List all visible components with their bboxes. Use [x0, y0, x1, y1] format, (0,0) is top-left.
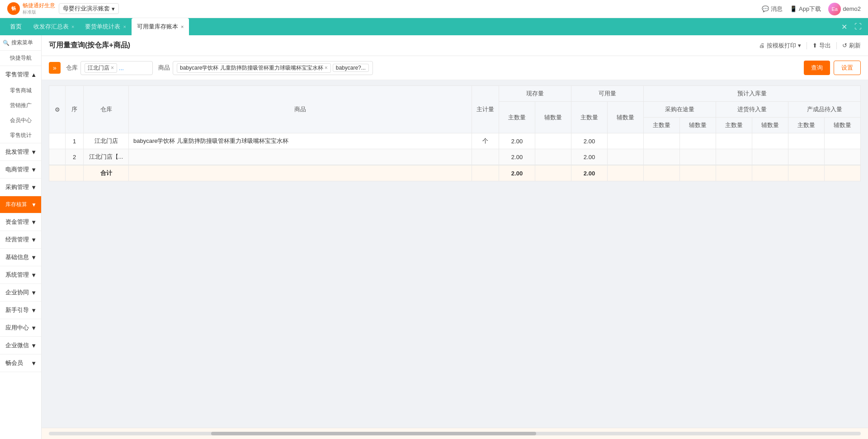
sidebar-item-retail-store[interactable]: 零售商城: [0, 83, 41, 98]
sidebar-group-wechat-title[interactable]: 企业微信 ▼: [0, 337, 41, 354]
sidebar-group-finance-title[interactable]: 资金管理 ▼: [0, 213, 41, 231]
close-icon[interactable]: ×: [181, 24, 184, 29]
cell-incoming-aux: [752, 133, 788, 149]
th-incoming-aux: 辅数量: [752, 118, 788, 133]
summary-row: 合计 2.00 2.00: [49, 165, 861, 181]
sidebar-group-enterprise-title[interactable]: 企业协同 ▼: [0, 284, 41, 301]
sidebar-item-retail-stats[interactable]: 零售统计: [0, 128, 41, 143]
product-filter: 商品 babycare学饮杯 儿童防摔防撞吸管杯重力球吸嘴杯宝宝水杯 × bab…: [158, 61, 373, 75]
sidebar-group-label: 企业协同: [5, 288, 29, 297]
sidebar-group-newuser: 新手引导 ▼: [0, 302, 41, 319]
sidebar-group-label: 零售管理: [5, 71, 29, 79]
table-row: 1 江北门店 babycare学饮杯 儿童防摔防撞吸管杯重力球吸嘴杯宝宝水杯 个…: [49, 133, 861, 149]
warehouse-more[interactable]: ...: [119, 65, 124, 71]
print-button[interactable]: 🖨 按模板打印 ▾: [759, 42, 801, 50]
sidebar-search[interactable]: 🔍 搜索菜单: [0, 35, 41, 51]
settings-button[interactable]: 设置: [834, 61, 861, 75]
summary-stock-main: 2.00: [499, 165, 535, 181]
export-button[interactable]: ⬆ 导出: [812, 42, 831, 50]
sidebar-group-system-title[interactable]: 系统管理 ▼: [0, 266, 41, 283]
th-unit: 主计量: [472, 86, 499, 133]
export-label: 导出: [819, 42, 831, 50]
sidebar-item-marketing[interactable]: 营销推广: [0, 98, 41, 113]
remove-warehouse-icon[interactable]: ×: [111, 65, 114, 71]
product-tag-value-2: babycare?...: [336, 65, 366, 71]
th-available-group: 可用量: [571, 86, 644, 102]
brand-logo: 畅 畅捷通好生意 标准版: [7, 2, 55, 15]
th-available-main: 主数量: [571, 102, 608, 133]
cell-unit: 个: [472, 133, 499, 149]
scroll-track[interactable]: [49, 432, 861, 435]
app-download-button[interactable]: 📱 App下载: [790, 5, 821, 13]
summary-purchase-aux: [680, 165, 716, 181]
sidebar-group-retail: 零售管理 ▲ 零售商城 营销推广 会员中心 零售统计: [0, 66, 41, 143]
sidebar-group-purchase-title[interactable]: 采购管理 ▼: [0, 179, 41, 196]
sidebar-group-operations-title[interactable]: 经营管理 ▼: [0, 231, 41, 248]
close-icon[interactable]: ×: [123, 24, 126, 29]
scroll-thumb[interactable]: [211, 432, 536, 435]
sidebar-group-inventory-title[interactable]: 库存核算 ▼: [0, 196, 41, 213]
chevron-icon: ▼: [31, 202, 37, 208]
cell-purchase-aux: [680, 149, 716, 165]
warehouse-input[interactable]: 江北门店 × ...: [80, 61, 153, 75]
refresh-icon: ↺: [842, 42, 847, 49]
summary-production-main: [788, 165, 825, 181]
filter-toggle-button[interactable]: »: [49, 62, 61, 74]
sidebar-group-inventory: 库存核算 ▼: [0, 196, 41, 213]
th-settings[interactable]: ⚙: [49, 86, 66, 133]
sidebar-item-members[interactable]: 会员中心: [0, 113, 41, 128]
tenant-selector[interactable]: 母婴行业演示账套 ▾: [59, 3, 119, 14]
cell-purchase-aux: [680, 133, 716, 149]
message-button[interactable]: 💬 消息: [762, 5, 783, 13]
sidebar-group-enterprise: 企业协同 ▼: [0, 284, 41, 302]
footer-scroll[interactable]: [49, 432, 861, 435]
sidebar-group-appstore-title[interactable]: 应用中心 ▼: [0, 319, 41, 336]
tab-receipt-summary[interactable]: 收发存汇总表 ×: [28, 18, 80, 35]
print-label: 按模板打印: [767, 42, 796, 50]
close-icon[interactable]: ×: [71, 24, 74, 29]
sidebar-group-wholesale-title[interactable]: 批发管理 ▼: [0, 143, 41, 160]
remove-product-icon[interactable]: ×: [325, 65, 328, 71]
product-input[interactable]: babycare学饮杯 儿童防摔防撞吸管杯重力球吸嘴杯宝宝水杯 × babyca…: [173, 61, 373, 75]
sidebar-group-newuser-title[interactable]: 新手引导 ▼: [0, 302, 41, 319]
sidebar-group-basics-title[interactable]: 基础信息 ▼: [0, 249, 41, 266]
sidebar-group-membership: 畅会员 ▼: [0, 354, 41, 372]
product-tag-value: babycare学饮杯 儿童防摔防撞吸管杯重力球吸嘴杯宝宝水杯: [180, 64, 323, 72]
sidebar-group-retail-title[interactable]: 零售管理 ▲: [0, 66, 41, 83]
cell-product: babycare学饮杯 儿童防摔防撞吸管杯重力球吸嘴杯宝宝水杯: [129, 133, 472, 149]
sidebar-group-label: 基础信息: [5, 253, 29, 261]
sidebar-group-finance: 资金管理 ▼: [0, 213, 41, 231]
sidebar-quick-nav[interactable]: 快捷导航: [0, 51, 41, 66]
sidebar-group-membership-title[interactable]: 畅会员 ▼: [0, 354, 41, 372]
sidebar-group-label: 电商管理: [5, 165, 29, 174]
chevron-icon: ▼: [31, 184, 37, 191]
query-button[interactable]: 查询: [804, 61, 830, 75]
tab-available-stock[interactable]: 可用量库存账本 ×: [132, 18, 189, 35]
divider: [836, 42, 837, 49]
sidebar-group-ecommerce-title[interactable]: 电商管理 ▼: [0, 161, 41, 178]
cell-production-aux: [825, 149, 861, 165]
user-menu[interactable]: Ea demo2: [828, 3, 861, 15]
refresh-button[interactable]: ↺ 刷新: [842, 42, 861, 50]
cell-warehouse: 江北门店: [84, 133, 129, 149]
sidebar-group-ecommerce: 电商管理 ▼: [0, 161, 41, 179]
summary-available-main: 2.00: [571, 165, 608, 181]
export-icon: ⬆: [812, 42, 817, 49]
tab-requisition-stats[interactable]: 要货单统计表 ×: [80, 18, 131, 35]
tab-label: 收发存汇总表: [33, 23, 69, 31]
th-product: 商品: [129, 86, 472, 133]
th-available-aux: 辅数量: [608, 102, 644, 133]
close-all-tabs-button[interactable]: ✕: [839, 21, 850, 33]
sidebar-group-wholesale: 批发管理 ▼: [0, 143, 41, 161]
chevron-icon: ▼: [31, 289, 37, 296]
fullscreen-button[interactable]: ⛶: [852, 21, 864, 33]
summary-purchase-main: [644, 165, 680, 181]
cell-no: 2: [66, 149, 84, 165]
cell-production-main: [788, 149, 825, 165]
main-content: 可用量查询(按仓库+商品) 🖨 按模板打印 ▾ ⬆ 导出 ↺ 刷新: [42, 35, 868, 439]
app-download-label: App下载: [799, 5, 821, 13]
cell-stock-aux: [535, 149, 571, 165]
tab-home[interactable]: 首页: [4, 18, 28, 35]
cell-incoming-main: [716, 133, 752, 149]
sidebar-group-operations: 经营管理 ▼: [0, 231, 41, 249]
